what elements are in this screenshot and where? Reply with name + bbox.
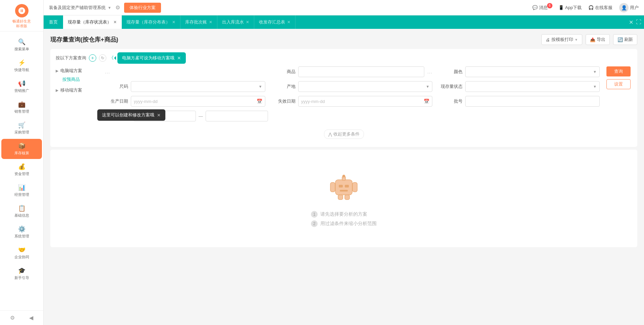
stock-status-select[interactable]: ▼ [465,81,600,92]
color-select[interactable]: ▼ [465,66,600,77]
filter-panel: 按以下方案查询 ＋ ↻ 《 电脑方案可设为移动方案哦 ✕ 这里可以创建和修改方案… [50,49,637,147]
message-btn[interactable]: 💬 消息 6 [532,5,552,11]
empty-state: 1 请先选择要分析的方案 2 用过滤条件来缩小分析范围 [50,150,637,247]
reset-btn[interactable]: 设置 [606,79,631,89]
print-btn[interactable]: 🖨 按模板打印 ▼ [541,34,582,45]
inventory-icon: 📦 [18,142,25,150]
scheme-tooltip: 电脑方案可设为移动方案哦 ✕ [117,52,186,64]
filter-row-1-col-2: 商品 … [272,66,433,77]
batch-input[interactable] [465,96,600,107]
svg-rect-0 [335,180,352,195]
sidebar-item-basic[interactable]: 📋 基础信息 [1,201,42,221]
online-support-btn[interactable]: 🎧 在线客服 [588,5,612,11]
stock-qty-max-input[interactable] [206,111,268,121]
sidebar-item-system[interactable]: ⚙️ 系统管理 [1,222,42,242]
cooperation-icon: 🤝 [18,246,25,254]
sidebar-item-label: 库存核算 [14,151,29,156]
sidebar-settings-btn[interactable]: ⚙ [10,315,15,321]
range-separator: — [199,114,203,119]
filter-row-1-col-1: … [105,69,265,75]
basic-icon: 📋 [18,205,25,212]
empty-tips: 1 请先选择要分析的方案 2 用过滤条件来缩小分析范围 [311,211,377,227]
sidebar-footer: ⚙ ◀ [0,310,43,325]
filter-collapse: ⋀ 收起更多条件 [56,127,632,142]
origin-select[interactable]: ▼ [298,81,433,92]
empty-tip-1: 1 请先选择要分析的方案 [311,211,377,218]
scheme-section-mobile-title[interactable]: ▶ 移动端方案 [56,86,99,95]
sidebar-item-label: 经营管理 [14,192,29,197]
scheme-item-product[interactable]: 按预商品 [56,75,99,84]
size-select[interactable]: ▼ [131,81,265,92]
scheme-section-desktop-label: 电脑端方案 [60,68,82,74]
tab-label: 库存批次账 [185,19,207,25]
filter-add-btn[interactable]: ＋ [89,54,96,62]
sidebar-item-cooperation[interactable]: 🤝 企业协同 [1,243,42,263]
sidebar-item-quicknav[interactable]: ⚡ 快捷导航 [1,56,42,76]
tip-num-2: 2 [311,220,318,227]
marketing-icon: 📢 [18,80,25,87]
sidebar-item-label: 新手引导 [14,275,29,280]
settings-gear-icon[interactable]: ⚙ [115,4,120,11]
prod-date-input[interactable]: yyyy-mm-dd 📅 [131,96,265,107]
scheme-section-mobile: ▶ 移动端方案 [56,86,99,95]
print-label: 按模板打印 [551,37,573,43]
tab-close-all-icon[interactable]: ✕ [629,19,633,25]
scheme-section-mobile-label: 移动端方案 [60,87,82,93]
sidebar-item-sales[interactable]: 💼 销售管理 [1,97,42,117]
sidebar-item-inventory[interactable]: 📦 库存核算 [1,139,42,159]
tab-close-icon[interactable]: ✕ [287,20,290,24]
filter-row-3-col-2: 失效日期 yyyy-mm-dd 📅 [272,96,433,107]
create-tooltip-close[interactable]: ✕ [157,113,161,118]
sidebar-item-finance[interactable]: 💰 资金管理 [1,160,42,180]
filter-dots-goods[interactable]: … [427,69,432,75]
filter-collapse-btn[interactable]: ⋀ 收起更多条件 [324,129,364,139]
color-label: 颜色 [439,69,463,75]
tab-summary[interactable]: 收发存汇总表 ✕ [254,15,296,29]
tab-home[interactable]: 首页 [44,15,63,29]
sidebar-item-newbie[interactable]: 🎓 新手引导 [1,264,42,284]
prod-date-calendar-icon[interactable]: 📅 [257,99,262,104]
app-download-btn[interactable]: 📱 App下载 [558,5,582,11]
tab-label: 现存量（库存状况表） [68,19,111,25]
expire-date-input[interactable]: yyyy-mm-dd 📅 [298,96,433,107]
system-selector[interactable]: 装备及固定资产辅助管理系统 ▼ [49,5,111,11]
sidebar-item-marketing[interactable]: 📢 营销推广 [1,76,42,97]
tab-inout[interactable]: 出入库流水 ✕ [217,15,254,29]
tab-expand-icon[interactable]: ⛶ [636,19,641,25]
sidebar-item-label: 系统管理 [14,234,29,239]
user-avatar: 👤 [619,3,629,12]
sidebar-item-management[interactable]: 📊 经营管理 [1,180,42,201]
expire-date-calendar-icon[interactable]: 📅 [424,99,429,104]
industry-btn[interactable]: 体验行业方案 [124,3,161,13]
sidebar-item-search[interactable]: 🔍 搜索菜单 [1,35,42,55]
sidebar-collapse-btn[interactable]: ◀ [29,315,33,321]
tab-inventory-status[interactable]: 现存量（库存状况表） ✕ [63,15,122,29]
filter-arrow-btn[interactable]: 《 [109,55,114,61]
refresh-btn[interactable]: 🔄 刷新 [613,34,637,45]
page-title-bar: 现存量查询(按仓库+商品) 🖨 按模板打印 ▼ 📤 导出 🔄 刷新 [50,34,637,45]
svg-rect-7 [353,182,357,192]
size-label: 尺码 [105,84,128,90]
export-btn[interactable]: 📤 导出 [586,34,610,45]
tab-close-icon[interactable]: ✕ [172,20,175,24]
tab-batch[interactable]: 库存批次账 ✕ [180,15,217,29]
scheme-section-desktop-title[interactable]: ▶ 电脑端方案 [56,66,99,75]
user-label: 用户 [630,5,639,11]
search-btn[interactable]: 查询 [606,66,631,76]
tab-close-icon[interactable]: ✕ [246,20,249,24]
tab-inventory-dist[interactable]: 现存量（库存分布表） ✕ [122,15,180,29]
filter-refresh-btn[interactable]: ↻ [99,54,106,62]
user-btn[interactable]: 👤 用户 [619,3,639,12]
goods-label: 商品 [272,69,296,75]
goods-select[interactable] [298,66,425,77]
collapse-label: 收起更多条件 [333,131,360,137]
scheme-tooltip-close[interactable]: ✕ [177,55,181,61]
filter-row-2-col-2: 产地 ▼ [272,81,433,92]
sidebar-item-purchase[interactable]: 🛒 采购管理 [1,118,42,138]
size-dropdown-icon: ▼ [259,85,262,89]
tab-close-icon[interactable]: ✕ [113,20,117,24]
sidebar-item-label: 采购管理 [14,130,29,135]
tab-close-icon[interactable]: ✕ [209,20,212,24]
filter-dots-1[interactable]: … [105,69,110,75]
svg-rect-6 [330,182,335,192]
